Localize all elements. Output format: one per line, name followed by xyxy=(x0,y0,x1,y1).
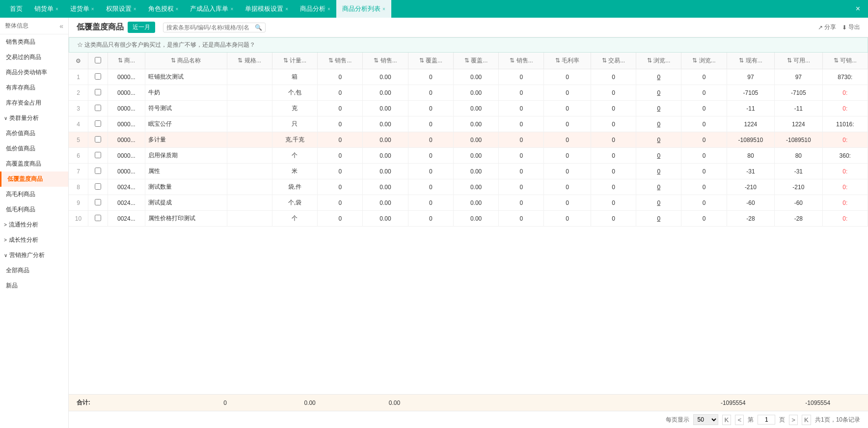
close-icon[interactable]: × xyxy=(327,6,330,12)
row-checkbox[interactable] xyxy=(88,195,108,211)
browse-link[interactable]: 0 xyxy=(657,168,660,175)
col-settings[interactable]: ⚙ xyxy=(69,53,88,69)
browse-link[interactable]: 0 xyxy=(657,137,660,143)
row-checkbox[interactable] xyxy=(88,164,108,179)
browse-link[interactable]: 0 xyxy=(657,200,660,206)
row-spec xyxy=(227,179,272,195)
sidebar-section-cluster-analysis[interactable]: ∨ 类群量分析 xyxy=(0,111,68,126)
row-checkbox[interactable] xyxy=(88,116,108,132)
export-button[interactable]: ⬇ 导出 xyxy=(842,23,860,31)
sidebar-item-category-sales-rate[interactable]: 商品分类动销率 xyxy=(0,65,68,80)
sidebar-item-traded-goods[interactable]: 交易过的商品 xyxy=(0,50,68,65)
nav-item-purchase[interactable]: 进货单 × xyxy=(64,0,100,18)
row-sales-rate: 0 xyxy=(499,148,544,164)
page-number-input[interactable] xyxy=(758,415,775,425)
sidebar-item-high-margin[interactable]: 高毛利商品 xyxy=(0,187,68,202)
sidebar-item-stock-capital[interactable]: 库存资金占用 xyxy=(0,95,68,111)
sidebar-item-high-coverage[interactable]: 高覆盖度商品 xyxy=(0,156,68,171)
row-sellable: 0: xyxy=(822,195,868,211)
close-icon[interactable]: × xyxy=(230,6,233,12)
row-spec xyxy=(227,69,272,85)
nav-item-product-inbound[interactable]: 产成品入库单 × xyxy=(184,0,239,18)
period-button[interactable]: 近一月 xyxy=(128,22,155,33)
row-current-stock: -28 xyxy=(727,211,774,227)
browse-link[interactable]: 0 xyxy=(657,121,660,128)
browse-link[interactable]: 0 xyxy=(657,105,660,112)
nav-item-home[interactable]: 首页 xyxy=(4,0,28,18)
row-checkbox[interactable] xyxy=(88,69,108,85)
row-checkbox[interactable] xyxy=(88,211,108,227)
row-browse2: 0 xyxy=(681,101,727,116)
browse-link[interactable]: 0 xyxy=(657,184,660,191)
browse-link[interactable]: 0 xyxy=(657,74,660,81)
row-select-checkbox[interactable] xyxy=(95,215,101,221)
sidebar-item-low-value[interactable]: 低价值商品 xyxy=(0,141,68,156)
sidebar-section-marketing[interactable]: ∨ 营销推广分析 xyxy=(0,248,68,263)
row-select-checkbox[interactable] xyxy=(95,89,101,95)
row-checkbox[interactable] xyxy=(88,132,108,148)
row-unit: 克,千克 xyxy=(272,132,317,148)
close-icon[interactable]: × xyxy=(134,6,136,12)
last-page-button[interactable]: K xyxy=(802,415,811,425)
window-close-button[interactable]: × xyxy=(852,4,864,13)
table-row: 9 0024... 测试提成 个,袋 0 0.00 0 0.00 0 0 0 0… xyxy=(69,195,868,211)
prev-page-button[interactable]: < xyxy=(735,415,744,425)
close-icon[interactable]: × xyxy=(382,6,385,12)
row-sellable: 0: xyxy=(822,132,868,148)
first-page-button[interactable]: K xyxy=(722,415,732,425)
row-checkbox[interactable] xyxy=(88,101,108,116)
close-icon[interactable]: × xyxy=(176,6,179,12)
row-trade: 0 xyxy=(591,195,636,211)
nav-item-sales[interactable]: 销货单 × xyxy=(28,0,64,18)
sidebar-item-low-margin[interactable]: 低毛利商品 xyxy=(0,202,68,217)
sidebar-section-growth[interactable]: > 成长性分析 xyxy=(0,232,68,248)
sidebar-section-liquidity[interactable]: > 流通性分析 xyxy=(0,217,68,232)
nav-item-roles[interactable]: 角色授权 × xyxy=(142,0,185,18)
row-spec xyxy=(227,101,272,116)
row-select-checkbox[interactable] xyxy=(95,136,101,143)
browse-link[interactable]: 0 xyxy=(657,89,660,96)
export-icon: ⬇ xyxy=(842,24,847,31)
row-select-checkbox[interactable] xyxy=(95,152,101,158)
row-select-checkbox[interactable] xyxy=(95,105,101,111)
sidebar-item-high-value[interactable]: 高价值商品 xyxy=(0,126,68,141)
row-checkbox[interactable] xyxy=(88,85,108,101)
top-navigation: 首页 销货单 × 进货单 × 权限设置 × 角色授权 × 产成品入库单 × 单据… xyxy=(0,0,868,18)
row-checkbox[interactable] xyxy=(88,148,108,164)
nav-item-permissions[interactable]: 权限设置 × xyxy=(100,0,142,18)
sidebar-item-low-coverage[interactable]: 低覆盖度商品 xyxy=(0,171,68,187)
sidebar-header-label: 整体信息 xyxy=(5,22,28,30)
share-button[interactable]: ↗ 分享 xyxy=(818,23,836,31)
col-checkbox[interactable] xyxy=(88,53,108,69)
close-icon[interactable]: × xyxy=(285,6,288,12)
row-select-checkbox[interactable] xyxy=(95,168,101,174)
row-select-checkbox[interactable] xyxy=(95,183,101,190)
row-checkbox[interactable] xyxy=(88,179,108,195)
sidebar-item-in-stock-goods[interactable]: 有库存商品 xyxy=(0,80,68,95)
row-sales-amt: 0.00 xyxy=(363,179,408,195)
browse-link[interactable]: 0 xyxy=(657,215,660,222)
row-select-checkbox[interactable] xyxy=(95,199,101,205)
browse-link[interactable]: 0 xyxy=(657,152,660,159)
nav-item-product-analysis-list[interactable]: 商品分析列表 × xyxy=(336,0,391,18)
row-select-checkbox[interactable] xyxy=(95,73,101,80)
close-icon[interactable]: × xyxy=(55,6,58,12)
search-icon[interactable]: 🔍 xyxy=(255,24,262,31)
sidebar-item-all-goods[interactable]: 全部商品 xyxy=(0,263,68,278)
row-sellable: 11016: xyxy=(822,116,868,132)
nav-item-product-analysis[interactable]: 商品分析 × xyxy=(294,0,336,18)
sidebar-item-sales-goods[interactable]: 销售类商品 xyxy=(0,34,68,50)
nav-item-template-settings[interactable]: 单据模板设置 × xyxy=(239,0,294,18)
row-select-checkbox[interactable] xyxy=(95,120,101,127)
sidebar-collapse-button[interactable]: « xyxy=(59,22,63,30)
next-page-button[interactable]: > xyxy=(789,415,798,425)
row-sellable: 0: xyxy=(822,101,868,116)
per-page-select[interactable]: 50 100 200 xyxy=(693,414,718,425)
sidebar-item-new-goods[interactable]: 新品 xyxy=(0,278,68,293)
row-gross-margin: 0 xyxy=(544,85,591,101)
row-sales-rate: 0 xyxy=(499,69,544,85)
close-icon[interactable]: × xyxy=(91,6,94,12)
select-all-checkbox[interactable] xyxy=(95,57,101,63)
info-banner: ☆ 这类商品只有很少客户购买过，是推广不够，还是商品本身问题？ xyxy=(69,37,868,53)
search-input[interactable] xyxy=(166,24,255,31)
